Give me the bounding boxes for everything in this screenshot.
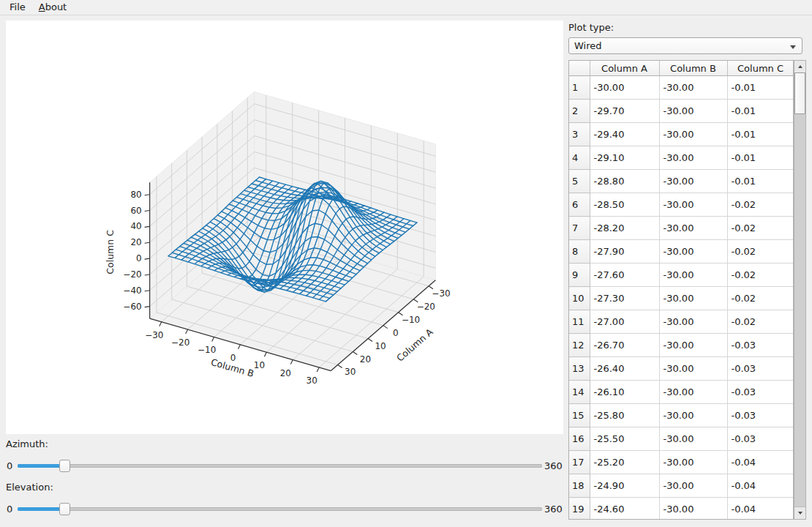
column-b-cell[interactable]: -30.00	[659, 474, 727, 498]
table-row: 8-27.90-30.00-0.02	[569, 240, 794, 264]
elevation-slider-track[interactable]	[18, 507, 542, 511]
table-row: 17-25.20-30.00-0.04	[569, 451, 794, 474]
column-c-cell[interactable]: -0.01	[727, 170, 794, 193]
column-b-cell[interactable]: -30.00	[659, 404, 727, 427]
column-c-cell[interactable]: -0.03	[727, 334, 794, 357]
column-b-cell[interactable]: -30.00	[659, 334, 727, 357]
column-a-cell[interactable]: -26.40	[590, 357, 659, 381]
row-number-cell[interactable]: 19	[569, 498, 590, 520]
column-c-cell[interactable]: -0.01	[727, 76, 794, 100]
azimuth-slider-handle[interactable]	[59, 460, 70, 472]
column-a-cell[interactable]: -28.80	[590, 170, 659, 193]
menu-item-about[interactable]: About	[32, 1, 73, 14]
row-number-cell[interactable]: 17	[569, 451, 590, 474]
column-a-cell[interactable]: -28.20	[590, 217, 659, 240]
row-number-cell[interactable]: 8	[569, 240, 590, 264]
column-a-cell[interactable]: -24.90	[590, 474, 659, 498]
column-a-cell[interactable]: -29.10	[590, 146, 659, 170]
column-b-cell[interactable]: -30.00	[659, 240, 727, 264]
table-scrollbar[interactable]	[794, 60, 806, 520]
column-b-cell[interactable]: -30.00	[659, 310, 727, 334]
column-a-cell[interactable]: -28.50	[590, 193, 659, 217]
row-number-cell[interactable]: 1	[569, 76, 590, 100]
column-c-cell[interactable]: -0.03	[727, 427, 794, 451]
column-c-cell[interactable]: -0.02	[727, 193, 794, 217]
column-a-cell[interactable]: -27.30	[590, 287, 659, 310]
row-number-cell[interactable]: 12	[569, 334, 590, 357]
scroll-down-button[interactable]	[794, 507, 805, 519]
scrollbar-thumb[interactable]	[794, 72, 805, 114]
column-a-cell[interactable]: -25.20	[590, 451, 659, 474]
row-number-cell[interactable]: 10	[569, 287, 590, 310]
column-b-cell[interactable]: -30.00	[659, 76, 727, 100]
column-b-cell[interactable]: -30.00	[659, 123, 727, 146]
row-number-cell[interactable]: 5	[569, 170, 590, 193]
row-number-cell[interactable]: 13	[569, 357, 590, 381]
column-b-cell[interactable]: -30.00	[659, 170, 727, 193]
column-b-cell[interactable]: -30.00	[659, 264, 727, 287]
svg-text:10: 10	[254, 360, 265, 370]
column-c-cell[interactable]: -0.04	[727, 498, 794, 520]
table-corner-cell[interactable]	[569, 61, 590, 76]
scroll-up-button[interactable]	[794, 61, 805, 73]
row-number-cell[interactable]: 2	[569, 100, 590, 123]
column-b-cell[interactable]: -30.00	[659, 217, 727, 240]
column-c-cell[interactable]: -0.01	[727, 100, 794, 123]
column-a-header[interactable]: Column A	[590, 61, 659, 76]
column-a-cell[interactable]: -27.90	[590, 240, 659, 264]
column-a-cell[interactable]: -27.00	[590, 310, 659, 334]
column-a-cell[interactable]: -29.40	[590, 123, 659, 146]
table-row: 7-28.20-30.00-0.02	[569, 217, 794, 240]
table-row: 6-28.50-30.00-0.02	[569, 193, 794, 217]
plot-type-combobox[interactable]: Wired	[568, 37, 802, 54]
row-number-cell[interactable]: 4	[569, 146, 590, 170]
column-c-cell[interactable]: -0.02	[727, 217, 794, 240]
column-c-cell[interactable]: -0.02	[727, 240, 794, 264]
column-c-cell[interactable]: -0.03	[727, 357, 794, 381]
column-a-cell[interactable]: -30.00	[590, 76, 659, 100]
elevation-slider-handle[interactable]	[59, 503, 70, 515]
azimuth-label: Azimuth:	[6, 438, 48, 449]
column-c-cell[interactable]: -0.01	[727, 146, 794, 170]
row-number-cell[interactable]: 6	[569, 193, 590, 217]
column-a-cell[interactable]: -25.50	[590, 427, 659, 451]
column-c-cell[interactable]: -0.02	[727, 264, 794, 287]
column-c-header[interactable]: Column C	[727, 61, 794, 76]
column-c-cell[interactable]: -0.02	[727, 287, 794, 310]
column-c-cell[interactable]: -0.03	[727, 404, 794, 427]
row-number-cell[interactable]: 9	[569, 264, 590, 287]
row-number-cell[interactable]: 7	[569, 217, 590, 240]
column-b-cell[interactable]: -30.00	[659, 287, 727, 310]
column-b-cell[interactable]: -30.00	[659, 381, 727, 404]
column-b-cell[interactable]: -30.00	[659, 357, 727, 381]
column-a-cell[interactable]: -27.60	[590, 264, 659, 287]
column-a-cell[interactable]: -25.80	[590, 404, 659, 427]
plot-canvas[interactable]: −30−20−100102030−30−20−10010203080604020…	[6, 20, 563, 434]
column-a-cell[interactable]: -26.70	[590, 334, 659, 357]
column-b-cell[interactable]: -30.00	[659, 146, 727, 170]
column-b-header[interactable]: Column B	[659, 61, 727, 76]
column-a-cell[interactable]: -24.60	[590, 498, 659, 520]
column-b-cell[interactable]: -30.00	[659, 451, 727, 474]
column-b-cell[interactable]: -30.00	[659, 100, 727, 123]
column-a-cell[interactable]: -26.10	[590, 381, 659, 404]
menu-item-file[interactable]: File	[3, 1, 32, 14]
azimuth-slider-track[interactable]	[18, 464, 542, 468]
column-c-cell[interactable]: -0.02	[727, 310, 794, 334]
row-number-cell[interactable]: 15	[569, 404, 590, 427]
column-a-cell[interactable]: -29.70	[590, 100, 659, 123]
column-b-cell[interactable]: -30.00	[659, 193, 727, 217]
table-row: 10-27.30-30.00-0.02	[569, 287, 794, 310]
table-row: 1-30.00-30.00-0.01	[569, 76, 794, 100]
column-b-cell[interactable]: -30.00	[659, 498, 727, 520]
column-c-cell[interactable]: -0.01	[727, 123, 794, 146]
row-number-cell[interactable]: 11	[569, 310, 590, 334]
row-number-cell[interactable]: 16	[569, 427, 590, 451]
column-c-cell[interactable]: -0.04	[727, 451, 794, 474]
column-b-cell[interactable]: -30.00	[659, 427, 727, 451]
column-c-cell[interactable]: -0.04	[727, 474, 794, 498]
row-number-cell[interactable]: 3	[569, 123, 590, 146]
row-number-cell[interactable]: 14	[569, 381, 590, 404]
row-number-cell[interactable]: 18	[569, 474, 590, 498]
column-c-cell[interactable]: -0.03	[727, 381, 794, 404]
